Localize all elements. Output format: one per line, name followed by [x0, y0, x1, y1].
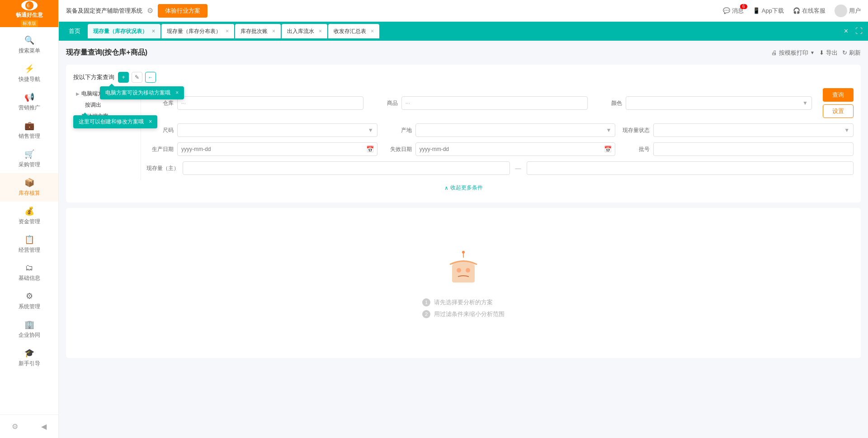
tab-summary[interactable]: 收发存汇总表 × — [328, 24, 379, 38]
app-download-btn[interactable]: 📱 App下载 — [753, 7, 784, 15]
search-icon: 🔍 — [24, 35, 34, 45]
sidebar-item-guide[interactable]: 🎓 新手引导 — [0, 344, 58, 372]
expand-btn[interactable]: ⛶ — [854, 25, 864, 37]
form-row-4: 现存量（主） — — [146, 161, 854, 175]
tab-batch-ledger-close[interactable]: × — [272, 28, 275, 34]
stock-status-select[interactable]: ▼ — [653, 123, 854, 137]
sidebar-bottom: ⚙ ◀ — [0, 414, 58, 438]
stock-status-arrow: ▼ — [844, 127, 849, 133]
system-name: 装备及固定资产辅助管理系统 — [66, 7, 142, 15]
app-tag: 标准版 — [21, 20, 38, 27]
scheme-section: ▶ 电脑端方案 按调出 ▶ 移动端方案 这里可以创建和修改方案哦 — [73, 88, 141, 180]
sidebar-item-finance[interactable]: 💰 资金管理 — [0, 202, 58, 230]
stock-main-max-input[interactable] — [527, 161, 854, 175]
warehouse-more: ··· — [181, 100, 186, 106]
scheme-create-tooltip-close[interactable]: × — [149, 118, 152, 125]
collapse-sidebar-btn[interactable]: ◀ — [38, 419, 49, 433]
tab-inventory-dist-close[interactable]: × — [226, 28, 229, 34]
refresh-btn[interactable]: ↻ 刷新 — [842, 49, 861, 57]
tab-flow[interactable]: 出入库流水 × — [282, 24, 327, 38]
sidebar-item-quick[interactable]: ⚡ 快捷导航 — [0, 59, 58, 88]
settings-bottom-btn[interactable]: ⚙ — [9, 419, 21, 433]
settings-btn[interactable]: 设置 — [823, 104, 854, 118]
sidebar-item-base[interactable]: 🗂 基础信息 — [0, 259, 58, 287]
tabbar-right: × ⛶ — [842, 25, 864, 37]
trial-btn[interactable]: 体验行业方案 — [158, 4, 208, 18]
add-scheme-btn[interactable]: + — [118, 72, 129, 83]
form-row-2: 尺码 ▼ 产地 ▼ — [146, 123, 854, 137]
app-name: 畅通好生意 — [16, 11, 43, 19]
color-select[interactable]: ▼ — [626, 96, 812, 110]
tab-batch-ledger[interactable]: 库存批次账 × — [235, 24, 281, 38]
home-tab[interactable]: 首页 — [62, 24, 87, 38]
collapse-icon: ∧ — [444, 185, 448, 191]
sidebar: 6 畅通好生意 标准版 🔍 搜索菜单 ⚡ 快捷导航 📢 营销推广 💼 销售管理 … — [0, 0, 59, 438]
close-all-tabs-btn[interactable]: × — [842, 25, 850, 37]
tab-inventory-status-close[interactable]: × — [152, 28, 155, 34]
sidebar-item-system[interactable]: ⚙ 系统管理 — [0, 287, 58, 315]
empty-icon — [441, 244, 486, 289]
sidebar-nav: 🔍 搜索菜单 ⚡ 快捷导航 📢 营销推广 💼 销售管理 🛒 采购管理 📦 库存核… — [0, 27, 58, 414]
export-btn[interactable]: ⬇ 导出 — [819, 49, 838, 57]
message-icon: 💬 — [723, 7, 730, 14]
warehouse-select[interactable]: ··· — [177, 96, 363, 110]
stock-status-label: 现存量状态 — [623, 127, 650, 134]
origin-select[interactable]: ▼ — [415, 123, 616, 137]
expiry-date-field: 失效日期 📅 — [385, 142, 616, 156]
sidebar-item-enterprise[interactable]: 🏢 企业协同 — [0, 315, 58, 344]
step-2-text: 用过滤条件来缩小分析范围 — [434, 310, 505, 318]
back-btn[interactable]: ← — [145, 72, 156, 83]
empty-state: 1 请先选择要分析的方案 2 用过滤条件来缩小分析范围 — [66, 208, 861, 358]
stock-main-min-input[interactable] — [183, 161, 510, 175]
search-header-actions: + 电脑方案可设为移动方案哦 × ✎ ← — [118, 72, 156, 83]
sidebar-item-search[interactable]: 🔍 搜索菜单 — [0, 31, 58, 59]
scheme-sub-item[interactable]: 按调出 — [82, 99, 136, 111]
tab-inventory-status-label: 现存量（库存状况表） — [93, 28, 147, 35]
product-select[interactable]: ··· — [401, 96, 588, 110]
production-date-input[interactable] — [177, 142, 377, 156]
expiry-date-wrap: 📅 — [415, 142, 616, 156]
enterprise-icon: 🏢 — [24, 320, 34, 330]
tab-summary-label: 收发存汇总表 — [334, 28, 366, 35]
logo-icon: 6 — [21, 0, 38, 10]
sidebar-item-operations[interactable]: 📋 经营管理 — [0, 230, 58, 259]
batch-input[interactable] — [653, 142, 854, 156]
color-label: 颜色 — [595, 99, 622, 107]
form-row-1: 仓库 ··· 商品 ··· — [146, 88, 854, 118]
finance-icon: 💰 — [24, 206, 34, 216]
print-arrow-icon: ▼ — [810, 50, 815, 55]
svg-rect-2 — [452, 264, 475, 283]
sidebar-item-marketing[interactable]: 📢 营销推广 — [0, 88, 58, 116]
user-btn[interactable]: 用户 — [835, 5, 861, 17]
size-arrow: ▼ — [368, 127, 373, 133]
pc-scheme-tooltip-close[interactable]: × — [175, 89, 179, 96]
user-label: 用户 — [849, 7, 861, 15]
sidebar-item-purchase[interactable]: 🛒 采购管理 — [0, 145, 58, 173]
expiry-date-input[interactable] — [415, 142, 616, 156]
size-select[interactable]: ▼ — [177, 123, 377, 137]
avatar — [835, 5, 847, 17]
online-service-btn[interactable]: 🎧 在线客服 — [793, 7, 826, 15]
edit-scheme-btn[interactable]: ✎ — [132, 72, 142, 83]
gear-icon[interactable]: ⚙ — [147, 6, 153, 15]
tab-flow-close[interactable]: × — [319, 28, 322, 34]
product-label: 商品 — [371, 99, 398, 107]
svg-point-3 — [457, 268, 461, 273]
tab-inventory-status[interactable]: 现存量（库存状况表） × — [88, 24, 160, 38]
message-btn[interactable]: 💬 消息 6 — [723, 7, 744, 15]
sidebar-item-sales[interactable]: 💼 销售管理 — [0, 116, 58, 145]
sidebar-item-inventory[interactable]: 📦 库存核算 — [0, 173, 58, 202]
pc-scheme-sub: 按调出 — [73, 99, 136, 111]
tab-summary-close[interactable]: × — [371, 28, 374, 34]
collapse-bar[interactable]: ∧ 收起更多条件 — [73, 180, 854, 195]
scheme-create-tooltip: 这里可以创建和修改方案哦 × — [73, 115, 157, 128]
pc-scheme-tooltip: 电脑方案可设为移动方案哦 × — [100, 86, 184, 99]
step-2-num: 2 — [422, 310, 430, 318]
search-body: ▶ 电脑端方案 按调出 ▶ 移动端方案 这里可以创建和修改方案哦 — [73, 88, 854, 180]
service-label: 在线客服 — [802, 7, 826, 15]
tab-inventory-dist[interactable]: 现存量（库存分布表） × — [161, 24, 234, 38]
query-btn[interactable]: 查询 — [823, 88, 854, 102]
app-icon: 📱 — [753, 7, 760, 14]
print-template-btn[interactable]: 🖨 按模板打印 ▼ — [771, 49, 815, 57]
tab-flow-label: 出入库流水 — [287, 28, 314, 35]
